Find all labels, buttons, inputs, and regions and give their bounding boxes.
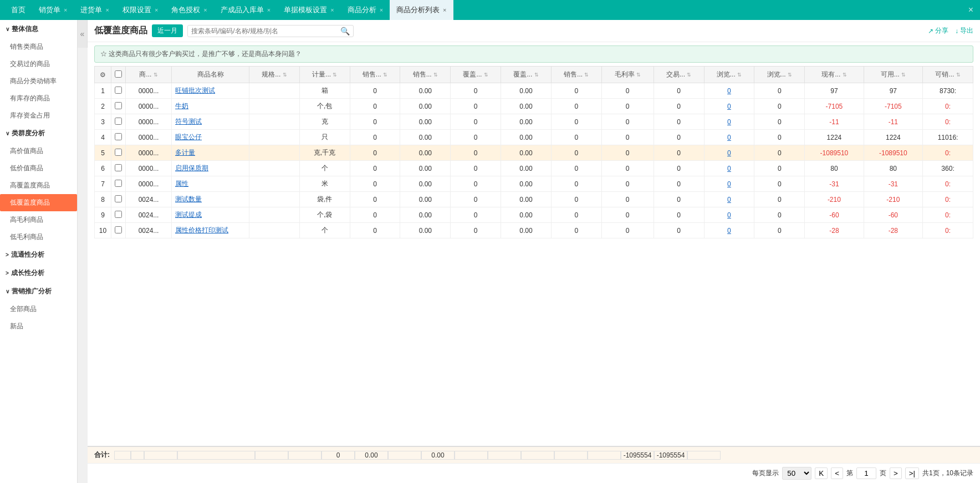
row-checkbox[interactable] <box>111 223 126 238</box>
row-br1[interactable]: 0 <box>704 130 754 145</box>
nav-role[interactable]: 角色授权 × <box>165 0 213 20</box>
row-saleable: 0: <box>923 207 973 223</box>
close-icon[interactable]: × <box>330 7 334 13</box>
col-sales-amt[interactable]: 销售... ⇅ <box>400 67 451 83</box>
row-name[interactable]: 属性 <box>172 176 249 192</box>
col-browse1[interactable]: 浏览... ⇅ <box>704 67 754 83</box>
search-input[interactable] <box>191 27 340 35</box>
row-name[interactable]: 符号测试 <box>172 114 249 130</box>
col-spec[interactable]: 规格... ⇅ <box>249 67 300 83</box>
col-code[interactable]: 商... ⇅ <box>126 67 172 83</box>
row-checkbox[interactable] <box>111 207 126 223</box>
sidebar-section-marketing[interactable]: ∨ 营销推广分析 <box>0 282 77 301</box>
col-browse2[interactable]: 浏览... ⇅ <box>754 67 805 83</box>
col-unit[interactable]: 计量... ⇅ <box>299 67 350 83</box>
row-name[interactable]: 多计量 <box>172 145 249 161</box>
row-name[interactable]: 旺铺批次测试 <box>172 83 249 99</box>
row-br1[interactable]: 0 <box>704 145 754 161</box>
sidebar-item-all-goods[interactable]: 全部商品 <box>0 301 77 318</box>
search-icon[interactable]: 🔍 <box>340 27 350 35</box>
col-settings[interactable]: ⚙ <box>95 67 111 83</box>
close-all-tabs-button[interactable]: × <box>968 5 973 15</box>
sidebar-item-low-coverage[interactable]: 低覆盖度商品 <box>0 194 77 211</box>
row-br1[interactable]: 0 <box>704 207 754 223</box>
prev-page-button[interactable]: < <box>831 467 843 479</box>
sidebar-item-stock-capital[interactable]: 库存资金占用 <box>0 107 77 124</box>
row-br1[interactable]: 0 <box>704 192 754 207</box>
select-all-checkbox[interactable] <box>115 70 122 78</box>
close-icon[interactable]: × <box>203 7 207 13</box>
sidebar-section-liquidity[interactable]: > 流通性分析 <box>0 246 77 264</box>
row-br1[interactable]: 0 <box>704 83 754 99</box>
sidebar-item-new-goods[interactable]: 新品 <box>0 318 77 335</box>
col-cov2[interactable]: 覆盖... ⇅ <box>501 67 552 83</box>
col-cov1[interactable]: 覆盖... ⇅ <box>451 67 501 83</box>
nav-template[interactable]: 单据模板设置 × <box>277 0 340 20</box>
sidebar-item-sales-goods[interactable]: 销售类商品 <box>0 38 77 55</box>
sidebar-item-stock-goods[interactable]: 有库存的商品 <box>0 90 77 107</box>
row-name[interactable]: 启用保质期 <box>172 161 249 176</box>
sidebar-item-low-margin[interactable]: 低毛利商品 <box>0 228 77 246</box>
row-checkbox[interactable] <box>111 176 126 192</box>
row-br1[interactable]: 0 <box>704 114 754 130</box>
last-page-button[interactable]: >| <box>905 467 919 479</box>
close-icon[interactable]: × <box>155 7 158 13</box>
row-name[interactable]: 测试提成 <box>172 207 249 223</box>
row-checkbox[interactable] <box>111 192 126 207</box>
sidebar-section-overall[interactable]: ∨ 整体信息 <box>0 20 77 38</box>
export-button[interactable]: ↓ 导出 <box>955 26 973 35</box>
sidebar-item-high-margin[interactable]: 高毛利商品 <box>0 211 77 228</box>
row-checkbox[interactable] <box>111 99 126 114</box>
row-checkbox[interactable] <box>111 114 126 130</box>
nav-purchase[interactable]: 进货单 × <box>74 0 115 20</box>
row-trade: 0 <box>654 207 704 223</box>
next-page-button[interactable]: > <box>890 467 902 479</box>
sidebar-item-high-value[interactable]: 高价值商品 <box>0 143 77 160</box>
col-current[interactable]: 现有... ⇅ <box>805 67 864 83</box>
row-name[interactable]: 属性价格打印测试 <box>172 223 249 238</box>
row-br1[interactable]: 0 <box>704 223 754 238</box>
sidebar-item-high-coverage[interactable]: 高覆盖度商品 <box>0 177 77 194</box>
col-name[interactable]: 商品名称 <box>172 67 249 83</box>
sidebar-item-category-rate[interactable]: 商品分类动销率 <box>0 73 77 90</box>
sidebar-section-cluster[interactable]: ∨ 类群度分析 <box>0 124 77 143</box>
nav-permission[interactable]: 权限设置 × <box>116 0 165 20</box>
close-icon[interactable]: × <box>105 7 109 13</box>
row-saleable: 8730: <box>923 83 973 99</box>
row-br1[interactable]: 0 <box>704 176 754 192</box>
row-br1[interactable]: 0 <box>704 99 754 114</box>
row-name[interactable]: 眼宝公仔 <box>172 130 249 145</box>
close-icon[interactable]: × <box>64 7 67 13</box>
row-checkbox[interactable] <box>111 83 126 99</box>
nav-product-analysis-list[interactable]: 商品分析列表 × <box>390 0 453 20</box>
per-page-select[interactable]: 50 20 100 <box>782 467 811 480</box>
sidebar-item-low-value[interactable]: 低价值商品 <box>0 160 77 177</box>
table-container[interactable]: ⚙ 商... ⇅ 商品名称 规格... ⇅ 计量... ⇅ 销售... ⇅ 销售… <box>88 66 980 446</box>
close-icon[interactable]: × <box>380 7 383 13</box>
sidebar-collapse-button[interactable]: « <box>78 20 88 48</box>
col-available[interactable]: 可用... ⇅ <box>864 67 922 83</box>
col-saleable[interactable]: 可销... ⇅ <box>923 67 973 83</box>
date-filter-button[interactable]: 近一月 <box>152 24 183 37</box>
row-name[interactable]: 牛奶 <box>172 99 249 114</box>
sidebar-item-traded-goods[interactable]: 交易过的商品 <box>0 55 77 73</box>
row-checkbox[interactable] <box>111 145 126 161</box>
nav-product-stock[interactable]: 产成品入库单 × <box>214 0 277 20</box>
col-sales3[interactable]: 销售... ⇅ <box>551 67 601 83</box>
close-icon[interactable]: × <box>443 7 446 13</box>
first-page-button[interactable]: K <box>815 467 828 479</box>
row-br1[interactable]: 0 <box>704 161 754 176</box>
nav-product-analysis[interactable]: 商品分析 × <box>341 0 390 20</box>
row-checkbox[interactable] <box>111 130 126 145</box>
nav-home[interactable]: 首页 <box>4 0 32 20</box>
row-checkbox[interactable] <box>111 161 126 176</box>
col-trade[interactable]: 交易... ⇅ <box>654 67 704 83</box>
col-sales-qty[interactable]: 销售... ⇅ <box>350 67 400 83</box>
col-gross-rate[interactable]: 毛利率 ⇅ <box>601 67 654 83</box>
row-name[interactable]: 测试数量 <box>172 192 249 207</box>
page-number-input[interactable] <box>856 467 876 479</box>
close-icon[interactable]: × <box>267 7 270 13</box>
share-button[interactable]: ↗ 分享 <box>928 26 948 35</box>
nav-sales-order[interactable]: 销货单 × <box>32 0 74 20</box>
sidebar-section-growth[interactable]: > 成长性分析 <box>0 264 77 282</box>
